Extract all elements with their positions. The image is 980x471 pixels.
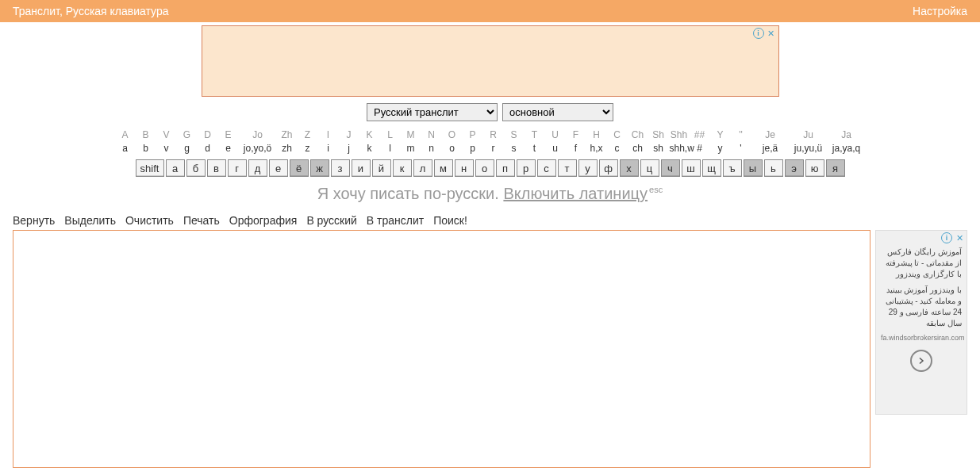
ad-close-icon[interactable]: ✕ (954, 232, 965, 243)
kb-latin-lower: z (298, 143, 317, 155)
kb-latin-lower: t (525, 143, 544, 155)
cyrillic-key[interactable]: д (248, 159, 267, 177)
adchoices-icon[interactable]: i (753, 28, 764, 39)
cyrillic-key[interactable]: а (166, 159, 185, 177)
kb-latin-upper: Jo (240, 129, 276, 141)
kb-latin-lower: p (463, 143, 482, 155)
cyrillic-key[interactable]: й (372, 159, 391, 177)
toolbar-action[interactable]: Очистить (125, 214, 174, 227)
cyrillic-key[interactable]: ё (290, 159, 309, 177)
kb-latin-lower: h,x (587, 143, 606, 155)
cyrillic-key[interactable]: е (269, 159, 288, 177)
switch-latin-link[interactable]: Включить латиницу (503, 185, 648, 202)
kb-latin-upper: N (422, 129, 441, 141)
toolbar-action[interactable]: Вернуть (13, 214, 55, 227)
kb-latin-lower: l (381, 143, 400, 155)
kb-latin-lower: ch (628, 143, 648, 155)
cyrillic-key[interactable]: г (228, 159, 247, 177)
adchoices-icon[interactable]: i (941, 232, 952, 243)
kb-latin-upper: Y (711, 129, 730, 141)
cyrillic-key[interactable]: н (455, 159, 474, 177)
kb-latin-lower: v (157, 143, 176, 155)
toolbar-action[interactable]: В транслит (367, 214, 424, 227)
cyrillic-key[interactable]: ч (661, 159, 680, 177)
cyrillic-key[interactable]: я (826, 159, 845, 177)
kb-latin-upper: S (505, 129, 524, 141)
cyrillic-key[interactable]: щ (702, 159, 721, 177)
cyrillic-key[interactable]: м (434, 159, 453, 177)
kb-latin-lower: sh (649, 143, 668, 155)
kb-latin-lower: m (402, 143, 421, 155)
cyrillic-key[interactable]: ь (764, 159, 783, 177)
cyrillic-key[interactable]: ц (640, 159, 659, 177)
kb-latin-upper: G (178, 129, 197, 141)
cyrillic-key[interactable]: б (186, 159, 206, 177)
kb-latin-upper: M (402, 129, 421, 141)
kb-latin-lower: a (116, 143, 135, 155)
kb-latin-lower: je,ä (752, 143, 789, 155)
kb-latin-upper: Z (298, 129, 317, 141)
cyrillic-key[interactable]: и (352, 159, 371, 177)
kb-latin-lower: k (360, 143, 379, 155)
kb-latin-lower: shh,w (670, 143, 689, 155)
kb-latin-lower: b (136, 143, 156, 155)
cyrillic-key[interactable]: ш (682, 159, 701, 177)
cyrillic-key[interactable]: т (558, 159, 577, 177)
toolbar-action[interactable]: Печать (183, 214, 220, 227)
main-textarea[interactable] (13, 230, 870, 468)
kb-latin-lower: ' (732, 143, 751, 155)
cyrillic-key[interactable]: п (496, 159, 515, 177)
cyrillic-key[interactable]: х (620, 159, 639, 177)
top-banner-ad[interactable]: i ✕ (202, 25, 779, 97)
toolbar-action[interactable]: Поиск! (433, 214, 467, 227)
kb-latin-lower: ja,ya,q (828, 143, 865, 155)
cyrillic-key[interactable]: ы (744, 159, 763, 177)
settings-link[interactable]: Настройка (913, 5, 967, 17)
kb-latin-lower: ju,yu,ü (790, 143, 827, 155)
kb-latin-lower: c (608, 143, 627, 155)
kb-latin-lower: e (219, 143, 238, 155)
kb-latin-upper: B (136, 129, 156, 141)
editor-toolbar: ВернутьВыделитьОчиститьПечатьОрфографияВ… (0, 214, 980, 230)
cyrillic-key[interactable]: в (207, 159, 226, 177)
ad-close-icon[interactable]: ✕ (766, 28, 777, 39)
kb-latin-upper: C (608, 129, 627, 141)
kb-latin-upper: Shh (670, 129, 689, 141)
cyrillic-key[interactable]: э (785, 159, 804, 177)
keyboard-map: ABVGDEJoZhZIJKLMNOPRSTUFHCChShShh##Y''Je… (0, 129, 980, 177)
kb-latin-upper: D (198, 129, 217, 141)
toolbar-action[interactable]: Орфография (229, 214, 298, 227)
kb-latin-upper: Je (752, 129, 789, 141)
kb-latin-upper: V (157, 129, 176, 141)
cyrillic-key[interactable]: к (393, 159, 412, 177)
kb-latin-lower: r (484, 143, 503, 155)
arrow-right-icon[interactable] (910, 350, 932, 372)
kb-latin-upper: J (340, 129, 359, 141)
kb-latin-lower: d (198, 143, 217, 155)
kb-latin-lower: o (443, 143, 462, 155)
language-select[interactable]: Русский транслит (367, 103, 498, 121)
cyrillic-key[interactable]: о (475, 159, 494, 177)
kb-latin-upper: A (116, 129, 135, 141)
toolbar-action[interactable]: Выделить (64, 214, 116, 227)
side-ad[interactable]: i ✕ آموزش رایگان فارکس از مقدماتی - تا پ… (875, 230, 967, 415)
mode-select[interactable]: основной (502, 103, 613, 121)
cyrillic-key[interactable]: ж (310, 159, 329, 177)
cyrillic-key[interactable]: р (517, 159, 536, 177)
ad-headline: آموزش رایگان فارکس از مقدماتی - تا پیشرف… (881, 247, 962, 280)
cyrillic-key[interactable]: л (413, 159, 432, 177)
cyrillic-key[interactable]: у (578, 159, 598, 177)
cyrillic-key[interactable]: ю (805, 159, 824, 177)
kb-latin-lower: f (567, 143, 586, 155)
kb-latin-lower: j (340, 143, 359, 155)
kb-latin-upper: '' (732, 129, 751, 141)
cyrillic-key[interactable]: з (331, 159, 350, 177)
toolbar-action[interactable]: В русский (306, 214, 356, 227)
ad-subhead: با ویندزور آموزش ببینید و معامله کنید - … (881, 285, 962, 329)
kb-latin-upper: F (567, 129, 586, 141)
shift-key[interactable]: shift (136, 159, 164, 177)
cyrillic-key[interactable]: ъ (723, 159, 742, 177)
cyrillic-key[interactable]: ф (599, 159, 618, 177)
cyrillic-key[interactable]: с (537, 159, 556, 177)
kb-latin-upper: P (463, 129, 482, 141)
